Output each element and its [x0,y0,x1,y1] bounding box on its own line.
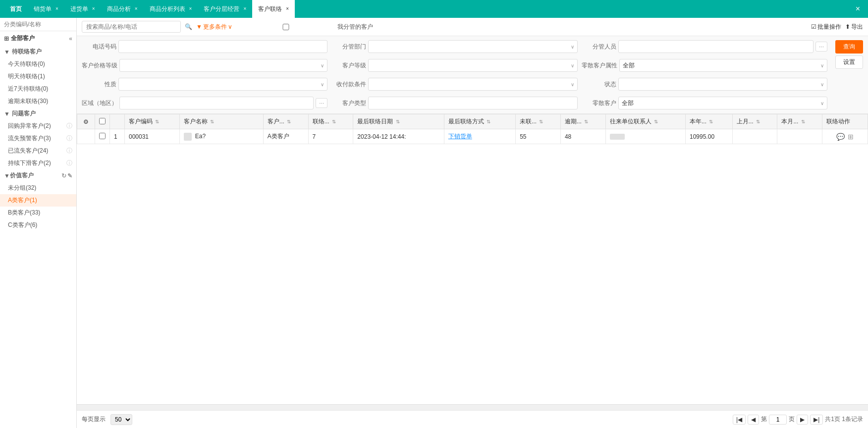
phone-input[interactable] [118,40,327,53]
th-checkbox[interactable] [95,114,110,129]
nav-tab-purchase[interactable]: 进货单 × [64,0,101,18]
nav-home[interactable]: 首页 [4,0,28,18]
page-size-select[interactable]: 50 [110,414,132,425]
page-number-input[interactable] [769,415,787,425]
sidebar-item-repeat-abnormal[interactable]: 回购异常客户(2) ⓘ [0,120,76,132]
th-not-contacted[interactable]: 未联... ⇅ [516,114,561,129]
page-size-label: 每页显示 [82,415,106,424]
th-last-contact-method[interactable]: 最后联络方式 ⇅ [444,114,515,129]
sidebar-item-ungrouped[interactable]: 未分组(32) [0,182,76,194]
customer-level-chevron-icon: ∨ [571,63,574,68]
th-this-year[interactable]: 本年... ⇅ [686,114,733,129]
nav-tab-customer-segment[interactable]: 客户分层经营 × [198,0,252,18]
scroll-inner [77,405,868,410]
close-icon-customer-contact[interactable]: × [286,0,289,18]
sidebar-search-box[interactable]: 🔍 [0,18,76,31]
refresh-icon[interactable]: ↻ [61,172,66,179]
sidebar-item-class-a[interactable]: A类客户(1) [0,194,76,207]
region-dots-button[interactable]: ··· [316,98,327,108]
customer-level-select[interactable]: ∨ [368,59,577,72]
th-code[interactable]: 客户编码 ⇅ [125,114,180,129]
phone-label: 电话号码 [82,43,116,51]
person-input[interactable] [618,40,814,53]
retail-customer-select[interactable]: 全部 ∨ [618,97,827,109]
th-settings[interactable]: ⚙ [77,114,95,129]
th-customer-type[interactable]: 客户... ⇅ [263,114,308,129]
price-level-select[interactable]: ∨ [119,59,327,72]
next-page-button[interactable]: ▶ [797,415,808,425]
setting-button[interactable]: 设置 [835,55,863,69]
sidebar-item-today[interactable]: 今天待联络(0) [0,58,76,70]
customer-avatar [184,133,192,141]
settings-icon[interactable]: ⚙ [83,118,89,125]
query-button[interactable]: 查询 [835,40,863,54]
filter-row-2: 客户价格等级 ∨ 客户等级 ∨ [82,59,827,72]
nav-tab-goods-analysis[interactable]: 商品分析 × [101,0,144,18]
nature-select[interactable]: ∨ [118,78,327,91]
horizontal-scrollbar[interactable] [77,404,868,410]
table-row: 1 000031 Ea? A类客户 7 2023-04-12 14:44: 下销… [77,129,868,144]
th-overdue[interactable]: 逾期... ⇅ [560,114,605,129]
nav-tab-customer-contact[interactable]: 客户联络 × [252,0,295,18]
person-dots-button[interactable]: ··· [815,42,827,52]
sidebar-item-class-b[interactable]: B类客户(33) [0,207,76,219]
search-input[interactable] [82,21,181,33]
close-all-button[interactable]: × [852,4,864,13]
batch-operation-button[interactable]: ☑ 批量操作 [811,23,841,31]
sidebar-item-overdue[interactable]: 逾期未联络(30) [0,95,76,107]
sidebar-item-lost[interactable]: 已流失客户(24) ⓘ [0,145,76,157]
td-company-contact [605,129,685,144]
payment-terms-select[interactable]: ∨ [368,78,577,91]
edit-icon[interactable]: ✎ [67,172,72,179]
th-company-contact[interactable]: 往来单位联系人 ⇅ [605,114,685,129]
sidebar-search-input[interactable] [4,21,77,28]
more-filter-button[interactable]: ▼ 更多条件 ∨ [196,23,232,31]
customer-table: ⚙ 客户编码 ⇅ 客户名称 ⇅ [77,114,868,144]
first-page-button[interactable]: |◀ [733,415,746,425]
nav-tab-sales[interactable]: 销货单 × [28,0,64,18]
th-name[interactable]: 客户名称 ⇅ [179,114,263,129]
nav-tab-goods-analysis-list[interactable]: 商品分析列表 × [144,0,198,18]
select-all-checkbox[interactable] [99,118,106,124]
sidebar-item-class-c[interactable]: C类客户(6) [0,219,76,231]
sidebar-item-lost-forecast[interactable]: 流失预警客户(3) ⓘ [0,132,76,145]
dept-select[interactable]: ∨ [368,40,577,53]
close-icon-goods-analysis[interactable]: × [135,0,138,18]
search-button[interactable]: 🔍 [185,23,192,30]
my-customers-checkbox[interactable] [236,24,335,30]
sidebar-item-keep-down[interactable]: 持续下滑客户(2) ⓘ [0,157,76,169]
sidebar-all-customers[interactable]: ⊞ 全部客户 « [0,31,76,46]
sidebar-item-tomorrow[interactable]: 明天待联络(1) [0,70,76,83]
collapse-icon[interactable]: « [69,35,72,42]
td-last-contact-date: 2023-04-12 14:44: [353,129,444,144]
row-checkbox[interactable] [99,133,106,139]
close-icon-sales[interactable]: × [55,0,58,18]
last-page-button[interactable]: ▶| [810,415,823,425]
last-contact-method-link[interactable]: 下销货单 [448,133,472,140]
export-button[interactable]: ⬆ 导出 [845,23,863,31]
sidebar-item-recent7[interactable]: 近7天待联络(0) [0,83,76,95]
retail-attr-select[interactable]: 全部 ∨ [619,59,827,72]
arrow-down-icon-2: ▼ [4,110,10,117]
qr-icon[interactable]: ⊞ [848,133,854,141]
region-input[interactable] [119,97,314,109]
th-this-month[interactable]: 本月... ⇅ [777,114,822,129]
grid-icon: ⊞ [4,35,9,42]
chat-icon[interactable]: 💬 [836,133,845,141]
customer-type-input[interactable] [368,97,577,109]
action-icons: 💬 ⊞ [826,133,864,141]
td-checkbox[interactable] [95,129,110,144]
filter-retail-attr: 零散客户属性 全部 ∨ [582,59,827,72]
close-icon-purchase[interactable]: × [92,0,95,18]
prev-page-button[interactable]: ◀ [748,415,759,425]
filter-payment-terms: 收付款条件 ∨ [331,78,577,91]
th-last-contact-date[interactable]: 最后联络日期 ⇅ [353,114,444,129]
th-contact-count[interactable]: 联络... ⇅ [308,114,353,129]
my-customers-checkbox-label[interactable]: 我分管的客户 [236,23,373,31]
td-last-contact-method[interactable]: 下销货单 [444,129,515,144]
filter-bar: 🔍 ▼ 更多条件 ∨ 我分管的客户 ☑ 批量操作 ⬆ 导出 [77,18,868,36]
close-icon-customer-segment[interactable]: × [243,0,246,18]
status-select[interactable]: ∨ [618,78,827,91]
th-last-month[interactable]: 上月... ⇅ [732,114,777,129]
close-icon-goods-analysis-list[interactable]: × [189,0,192,18]
